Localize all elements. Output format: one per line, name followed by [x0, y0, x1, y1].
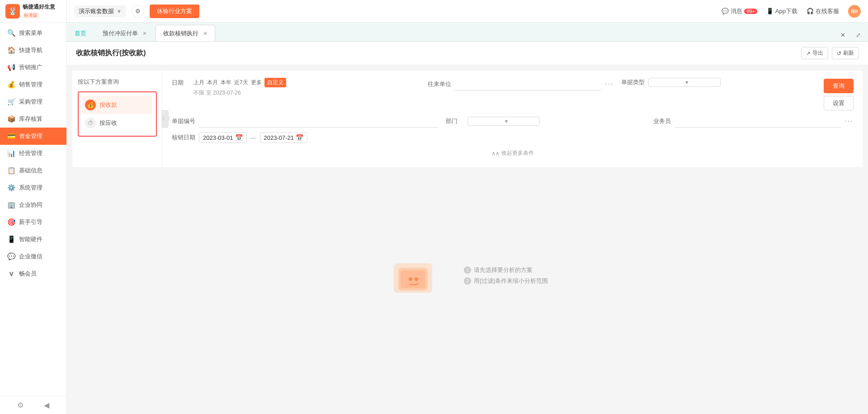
verify-date-end-input[interactable]: 2023-07-21 📅: [260, 132, 308, 143]
sidebar-label-enterprise: 企业协同: [19, 201, 42, 209]
partner-label: 往来单位: [428, 80, 451, 88]
user-menu[interactable]: Rit: [848, 5, 861, 18]
sidebar-item-basic-info[interactable]: 📋 基础信息: [0, 162, 66, 179]
topbar-right: 💬 消息 99+ 📱 App下载 🎧 在线客服 Rit: [722, 5, 861, 18]
doc-type-row: 单据类型 ▼: [621, 78, 807, 87]
sidebar-item-marketing[interactable]: 📢 营销推广: [0, 59, 66, 76]
sidebar-label-search-menu: 搜索菜单: [19, 29, 42, 37]
filter-right-panel: 日期 上月 本月 本年 近7天 更多 自定义 不限: [163, 71, 863, 167]
step-1-num: 1: [464, 266, 471, 274]
shortcut-7-days[interactable]: 近7天: [234, 79, 248, 86]
shortcut-more[interactable]: 更多: [251, 79, 262, 86]
sidebar-item-enterprise[interactable]: 🏢 企业协同: [0, 196, 66, 214]
sidebar-item-beginner[interactable]: 🎯 新手引导: [0, 214, 66, 231]
empty-wrapper: 1 请先选择要分析的方案 2 用[过滤]条件来缩小分析范围: [387, 254, 547, 300]
partner-input[interactable]: [455, 78, 602, 90]
logo-text-area: 畅捷通好生意 标准版: [23, 3, 55, 19]
department-select[interactable]: ▼: [467, 117, 540, 126]
collapse-sidebar-icon[interactable]: ◀: [44, 401, 49, 409]
sidebar-item-finance[interactable]: 💳 资金管理: [0, 128, 66, 145]
refresh-icon: ↺: [837, 50, 841, 57]
staff-input[interactable]: [675, 115, 841, 128]
sidebar-item-quick-nav[interactable]: 🏠 快捷导航: [0, 42, 66, 59]
empty-illustration: [387, 254, 441, 300]
company-name-text: 演示账套数据: [79, 7, 114, 15]
partner-filter: 往来单位 ···: [428, 78, 614, 90]
app-download-btn[interactable]: 📱 App下载: [766, 7, 797, 15]
export-btn[interactable]: ↗ 导出: [801, 47, 828, 59]
online-service-btn[interactable]: 🎧 在线客服: [807, 7, 839, 15]
sidebar-item-wechat[interactable]: 💬 企业微信: [0, 248, 66, 265]
partner-more-btn[interactable]: ···: [605, 80, 613, 88]
industry-btn[interactable]: 休验行业方案: [150, 5, 199, 18]
topbar-left: 演示账套数据 ▼ ⚙ 休验行业方案: [74, 5, 199, 18]
shortcut-custom[interactable]: 自定义: [264, 78, 286, 87]
department-dropdown-icon: ▼: [504, 119, 536, 124]
page-header: 收款核销执行(按收款) ↗ 导出 ↺ 刷新: [67, 42, 868, 65]
doc-type-label: 单据类型: [621, 78, 645, 86]
empty-state: 1 请先选择要分析的方案 2 用[过滤]条件来缩小分析范围: [67, 167, 868, 414]
sidebar-logo: 🐰 畅捷通好生意 标准版: [0, 0, 66, 23]
settings-btn[interactable]: ⚙: [132, 5, 144, 18]
empty-step-2-text: 用[过滤]条件来缩小分析范围: [474, 277, 547, 285]
refresh-btn[interactable]: ↺ 刷新: [832, 47, 859, 59]
gear-icon: ⚙: [135, 8, 141, 14]
page-content: 收款核销执行(按收款) ↗ 导出 ↺ 刷新 按以下方案查询 💰: [67, 42, 868, 414]
app-icon: 📱: [766, 8, 774, 14]
date-label: 日期: [172, 79, 190, 87]
verify-date-end-cal-icon: 📅: [296, 134, 303, 141]
sidebar-item-purchase[interactable]: 🛒 采购管理: [0, 93, 66, 110]
doc-no-input[interactable]: [199, 115, 439, 128]
tab-home[interactable]: 首页: [67, 25, 94, 41]
collapse-more-conditions-btn[interactable]: ∧∧ 收起更多条件: [172, 147, 854, 160]
purchase-icon: 🛒: [7, 98, 15, 106]
tabbar-actions: ✕ ⤢: [833, 29, 868, 41]
verify-date-filter: 核销日期 2023-03-01 📅 — 2023-07-21 📅: [172, 132, 307, 143]
sidebar-label-sales: 销售管理: [19, 81, 42, 89]
receipt-tab-close-icon[interactable]: ✕: [203, 30, 208, 37]
sidebar-item-sales[interactable]: 💰 销售管理: [0, 76, 66, 93]
tabbar: 首页 预付冲应付单 ✕ 收款核销执行 ✕ ✕ ⤢: [67, 23, 868, 42]
empty-step-1-text: 请先选择要分析的方案: [474, 266, 533, 274]
date-to-text: 至 2023-07-26: [206, 89, 241, 97]
filter-option-by-receivable[interactable]: ⏱ 按应收: [82, 114, 152, 132]
doc-type-dropdown-icon: ▼: [684, 80, 717, 85]
shortcut-this-month[interactable]: 本月: [207, 79, 218, 86]
staff-filter: 业务员 ···: [653, 115, 854, 128]
empty-text: 1 请先选择要分析的方案 2 用[过滤]条件来缩小分析范围: [464, 266, 547, 288]
sidebar-item-member[interactable]: V 畅会员: [0, 265, 66, 282]
prepay-tab-close-icon[interactable]: ✕: [142, 30, 147, 37]
sidebar-item-smart-hw[interactable]: 📱 智能硬件: [0, 231, 66, 248]
collapse-more-label: 收起更多条件: [501, 149, 534, 157]
settings-bottom-icon[interactable]: ⚙: [17, 401, 24, 409]
tab-prepay[interactable]: 预付冲应付单 ✕: [95, 25, 155, 41]
collapse-more-icon: ∧∧: [491, 150, 500, 157]
empty-step-1: 1 请先选择要分析的方案: [464, 266, 547, 274]
message-btn[interactable]: 💬 消息 99+: [722, 7, 757, 15]
filter-option-by-receipt[interactable]: 💰 按收款: [82, 96, 152, 114]
collapse-filter-left-btn[interactable]: 〈〈: [161, 110, 169, 128]
sidebar-item-system[interactable]: ⚙️ 系统管理: [0, 179, 66, 196]
staff-more-btn[interactable]: ···: [845, 117, 854, 125]
close-tab-btn[interactable]: ✕: [836, 29, 849, 41]
query-btn[interactable]: 查询: [824, 79, 854, 93]
tab-receipt[interactable]: 收款核销执行 ✕: [156, 25, 215, 41]
sidebar-item-operation[interactable]: 📊 经营管理: [0, 145, 66, 162]
filter-row-2: 单据编号 部门 ▼ 业务员 ···: [172, 115, 854, 128]
sidebar-label-inventory: 库存核算: [19, 115, 42, 123]
doc-type-select[interactable]: ▼: [648, 78, 721, 87]
expand-tab-btn[interactable]: ⤢: [852, 29, 864, 41]
company-selector[interactable]: 演示账套数据 ▼: [74, 5, 126, 17]
filter-settings-btn[interactable]: 设置: [824, 96, 854, 110]
sidebar-item-search-menu[interactable]: 🔍 搜索菜单: [0, 24, 66, 42]
sidebar-item-inventory[interactable]: 📦 库存核算: [0, 110, 66, 128]
topbar: 演示账套数据 ▼ ⚙ 休验行业方案 💬 消息 99+ 📱 App下载 🎧 在线客…: [67, 0, 868, 23]
department-filter: 部门 ▼: [446, 117, 646, 126]
filter-row-3: 核销日期 2023-03-01 📅 — 2023-07-21 📅: [172, 132, 854, 143]
basic-info-icon: 📋: [7, 167, 15, 175]
shortcut-this-year[interactable]: 本年: [221, 79, 231, 86]
operation-icon: 📊: [7, 149, 15, 157]
verify-date-start-input[interactable]: 2023-03-01 📅: [199, 132, 247, 143]
page-title: 收款核销执行(按收款): [76, 48, 146, 58]
shortcut-last-month[interactable]: 上月: [193, 79, 204, 86]
